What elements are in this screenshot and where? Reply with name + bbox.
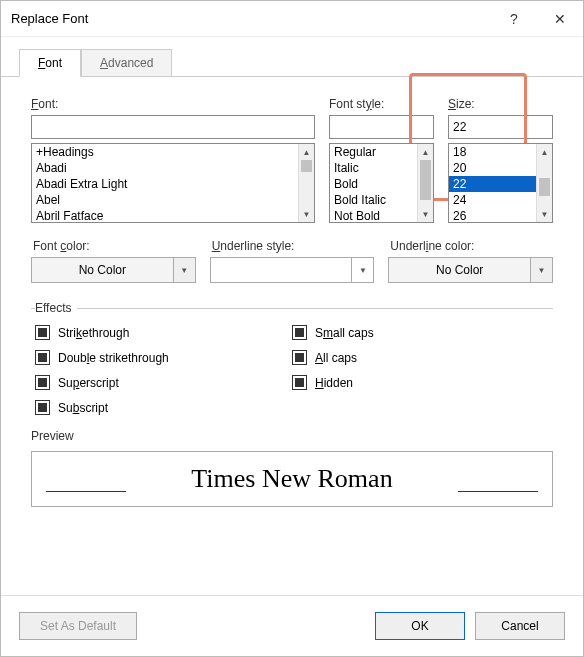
chevron-down-icon[interactable]: ▼ (531, 257, 553, 283)
size-label: Size: (448, 97, 553, 111)
font-color-combo[interactable]: No Color ▼ (31, 257, 196, 283)
hidden-checkbox[interactable]: Hidden (292, 375, 549, 390)
underline-color-combo[interactable]: No Color ▼ (388, 257, 553, 283)
font-label: Font: (31, 97, 315, 111)
style-listbox[interactable]: Regular Italic Bold Bold Italic Not Bold… (329, 143, 434, 223)
scroll-up-icon[interactable]: ▲ (418, 144, 433, 160)
close-button[interactable]: ✕ (537, 1, 583, 37)
set-default-button[interactable]: Set As Default (19, 612, 137, 640)
effects-group: Effects Strikethrough Double strikethrou… (31, 301, 553, 415)
scroll-down-icon[interactable]: ▼ (299, 206, 314, 222)
font-scrollbar[interactable]: ▲ ▼ (298, 144, 314, 222)
tab-font[interactable]: Font (19, 49, 81, 77)
preview-box: Times New Roman (31, 451, 553, 507)
scroll-down-icon[interactable]: ▼ (537, 206, 552, 222)
style-scrollbar[interactable]: ▲ ▼ (417, 144, 433, 222)
list-item[interactable]: Not Bold (330, 208, 417, 222)
size-input[interactable] (448, 115, 553, 139)
list-item[interactable]: Abadi Extra Light (32, 176, 298, 192)
list-item[interactable]: Italic (330, 160, 417, 176)
list-item[interactable]: 20 (449, 160, 536, 176)
list-item[interactable]: Abril Fatface (32, 208, 298, 222)
list-item[interactable]: Regular (330, 144, 417, 160)
dialog-footer: Set As Default OK Cancel (1, 595, 583, 656)
underline-style-label: Underline style: (212, 239, 375, 253)
font-color-label: Font color: (33, 239, 196, 253)
double-strikethrough-checkbox[interactable]: Double strikethrough (35, 350, 292, 365)
subscript-checkbox[interactable]: Subscript (35, 400, 292, 415)
strikethrough-checkbox[interactable]: Strikethrough (35, 325, 292, 340)
list-item[interactable]: Abadi (32, 160, 298, 176)
dialog-content: Font: +Headings Abadi Abadi Extra Light … (1, 77, 583, 595)
underline-color-label: Underline color: (390, 239, 553, 253)
scroll-up-icon[interactable]: ▲ (299, 144, 314, 160)
chevron-down-icon[interactable]: ▼ (352, 257, 374, 283)
titlebar: Replace Font ? ✕ (1, 1, 583, 37)
small-caps-checkbox[interactable]: Small caps (292, 325, 549, 340)
underline-style-combo[interactable]: ▼ (210, 257, 375, 283)
all-caps-checkbox[interactable]: All caps (292, 350, 549, 365)
font-listbox[interactable]: +Headings Abadi Abadi Extra Light Abel A… (31, 143, 315, 223)
superscript-checkbox[interactable]: Superscript (35, 375, 292, 390)
list-item[interactable]: Bold Italic (330, 192, 417, 208)
chevron-down-icon[interactable]: ▼ (174, 257, 196, 283)
style-label: Font style: (329, 97, 434, 111)
effects-legend: Effects (35, 301, 77, 315)
list-item[interactable]: Abel (32, 192, 298, 208)
help-button[interactable]: ? (491, 1, 537, 37)
scroll-down-icon[interactable]: ▼ (418, 206, 433, 222)
tab-advanced[interactable]: Advanced (81, 49, 172, 77)
preview-label: Preview (31, 429, 553, 443)
preview-decoration (46, 491, 126, 492)
tab-bar: Font Advanced (1, 37, 583, 77)
size-listbox[interactable]: 18 20 22 24 26 ▲ ▼ (448, 143, 553, 223)
style-input[interactable] (329, 115, 434, 139)
preview-text: Times New Roman (191, 464, 392, 494)
size-scrollbar[interactable]: ▲ ▼ (536, 144, 552, 222)
list-item[interactable]: 18 (449, 144, 536, 160)
list-item[interactable]: +Headings (32, 144, 298, 160)
font-input[interactable] (31, 115, 315, 139)
ok-button[interactable]: OK (375, 612, 465, 640)
list-item[interactable]: Bold (330, 176, 417, 192)
cancel-button[interactable]: Cancel (475, 612, 565, 640)
scroll-up-icon[interactable]: ▲ (537, 144, 552, 160)
list-item[interactable]: 22 (449, 176, 536, 192)
preview-decoration (458, 491, 538, 492)
window-title: Replace Font (11, 11, 491, 26)
replace-font-dialog: Replace Font ? ✕ Font Advanced Font: +He… (0, 0, 584, 657)
list-item[interactable]: 26 (449, 208, 536, 222)
list-item[interactable]: 24 (449, 192, 536, 208)
